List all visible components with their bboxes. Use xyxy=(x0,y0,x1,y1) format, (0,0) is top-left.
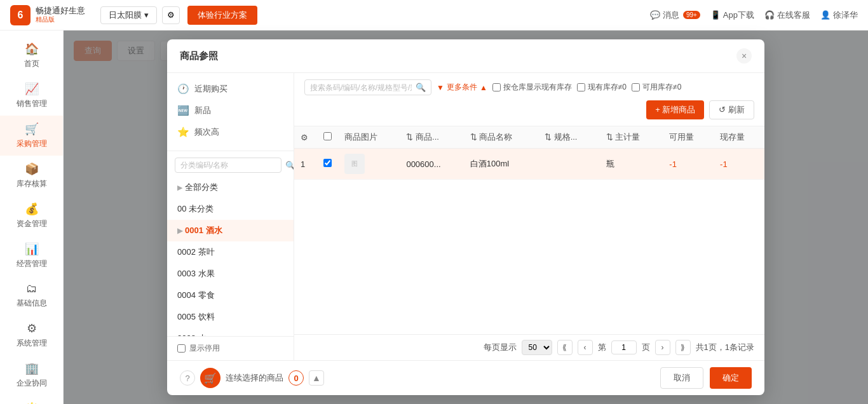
row-index: 1 xyxy=(294,149,317,180)
row-image-cell: 图 xyxy=(338,149,400,180)
col-code[interactable]: ⇅ 商品... xyxy=(400,126,463,149)
help-button[interactable]: ? xyxy=(180,370,195,386)
product-reference-modal: 商品参照 × 🕐 近期购买 🆕 xyxy=(167,39,764,395)
available-nonzero-checkbox[interactable] xyxy=(632,83,640,91)
content-area: 查询 设置 刷新 商品参照 × 🕐 xyxy=(64,30,868,404)
cat-search: 🔍 xyxy=(167,154,294,177)
page-size-select[interactable]: 50 xyxy=(522,340,552,355)
cat-item-snack[interactable]: 0004 零食 xyxy=(167,285,294,306)
sidebar-item-enterprise[interactable]: 🏢 企业协同 xyxy=(0,355,63,395)
chevron-down-icon: ▾ xyxy=(144,10,149,20)
page-size-label: 每页显示 xyxy=(484,342,517,353)
collapse-button[interactable]: ▲ xyxy=(309,370,324,386)
exp-button[interactable]: 体验行业方案 xyxy=(187,6,257,25)
sort-icon-unit: ⇅ xyxy=(606,132,613,142)
nav-online-service[interactable]: 🎧 在线客服 xyxy=(764,10,810,21)
refresh-button[interactable]: ↺ 刷新 xyxy=(709,100,754,119)
page-number-input[interactable] xyxy=(611,340,637,354)
sidebar-item-finance[interactable]: 💰 资金管理 xyxy=(0,196,63,236)
confirm-button[interactable]: 确定 xyxy=(710,367,752,389)
pagination: 每页显示 50 ⟪ ‹ 第 页 › ⟫ 共1页，1条记录 xyxy=(294,334,764,360)
chevron-up-icon: ▲ xyxy=(480,83,487,92)
sidebar-item-basic-info[interactable]: 🗂 基础信息 xyxy=(0,276,63,315)
table-body: 1 图 xyxy=(294,149,764,180)
first-page-button[interactable]: ⟪ xyxy=(557,340,573,355)
cat-tab-frequent[interactable]: ⭐ 频次高 xyxy=(167,121,294,143)
nav-message[interactable]: 💬 消息 99+ xyxy=(650,10,700,21)
inventory-icon: 📦 xyxy=(25,162,39,176)
table-row[interactable]: 1 图 xyxy=(294,149,764,180)
toolbar-right: + 新增商品 ↺ 刷新 xyxy=(646,100,754,119)
category-panel: 🕐 近期购买 🆕 新品 ⭐ 频次高 xyxy=(167,73,294,360)
basic-info-icon: 🗂 xyxy=(26,282,37,295)
sidebar-item-home[interactable]: 🏠 首页 xyxy=(0,36,63,76)
col-settings[interactable]: ⚙ xyxy=(294,126,317,149)
table-header-row: ⚙ 商品图片 ⇅ xyxy=(294,126,764,149)
filter-button[interactable]: ▼ 更多条件 ▲ xyxy=(437,82,487,93)
guide-icon: 🌟 xyxy=(25,401,39,404)
purchase-icon: 🛒 xyxy=(25,122,39,136)
prev-page-button[interactable]: ‹ xyxy=(578,340,593,355)
cat-item-water[interactable]: 0008 水 xyxy=(167,328,294,336)
modal-overlay: 商品参照 × 🕐 近期购买 🆕 xyxy=(64,30,868,404)
modal-title: 商品参照 xyxy=(180,50,218,62)
cart-area: ? 🛒 连续选择的商品 0 ▲ xyxy=(180,368,653,388)
row-code: 000600... xyxy=(400,149,463,180)
cat-item-fruit[interactable]: 0003 水果 xyxy=(167,263,294,285)
product-data-table: ⚙ 商品图片 ⇅ xyxy=(294,126,764,180)
show-disabled-checkbox[interactable] xyxy=(177,344,186,353)
product-table: ⚙ 商品图片 ⇅ xyxy=(294,126,764,334)
cart-count: 0 xyxy=(288,370,304,386)
footer-buttons: 取消 确定 xyxy=(660,367,752,389)
cat-item-wine[interactable]: ▶ 0001 酒水 xyxy=(167,220,294,241)
gear-button[interactable]: ⚙ xyxy=(162,6,180,24)
cart-label: 连续选择的商品 xyxy=(226,372,283,384)
stock-nonzero-checkbox[interactable] xyxy=(577,83,585,91)
cat-tab-new[interactable]: 🆕 新品 xyxy=(167,100,294,121)
cart-icon: 🛒 xyxy=(200,368,220,388)
col-image: 商品图片 xyxy=(338,126,400,149)
select-all-checkbox[interactable] xyxy=(323,132,332,140)
sidebar-item-system[interactable]: ⚙ 系统管理 xyxy=(0,315,63,355)
sidebar-item-inventory[interactable]: 📦 库存核算 xyxy=(0,156,63,196)
last-page-button[interactable]: ⟫ xyxy=(675,340,691,355)
category-list: ▶ 全部分类 00 未分类 ▶ 0001 酒水 0002 茶 xyxy=(167,177,294,336)
sidebar-item-purchase[interactable]: 🛒 采购管理 xyxy=(0,116,63,156)
sales-icon: 📈 xyxy=(25,82,39,96)
total-info: 共1页，1条记录 xyxy=(696,342,754,353)
modal-body: 🕐 近期购买 🆕 新品 ⭐ 频次高 xyxy=(167,73,764,360)
col-stock: 现存量 xyxy=(714,126,764,149)
cat-item-all[interactable]: ▶ 全部分类 xyxy=(167,177,294,198)
search-icon[interactable]: 🔍 xyxy=(416,83,426,92)
add-product-button[interactable]: + 新增商品 xyxy=(646,100,704,119)
sidebar-item-operations[interactable]: 📊 经营管理 xyxy=(0,236,63,276)
modal-close-button[interactable]: × xyxy=(736,48,752,64)
row-stock: -1 xyxy=(714,149,764,180)
col-name[interactable]: ⇅ 商品名称 xyxy=(464,126,538,149)
row-checkbox[interactable] xyxy=(323,159,332,167)
cat-item-unclassified[interactable]: 00 未分类 xyxy=(167,198,294,220)
next-page-button[interactable]: › xyxy=(655,340,670,355)
col-unit[interactable]: ⇅ 主计量 xyxy=(600,126,663,149)
cat-item-beverage[interactable]: 0005 饮料 xyxy=(167,306,294,328)
col-spec[interactable]: ⇅ 规格... xyxy=(538,126,600,149)
sidebar-item-sales[interactable]: 📈 销售管理 xyxy=(0,76,63,116)
sidebar-label-operations: 经营管理 xyxy=(17,259,47,269)
sidebar-item-guide[interactable]: 🌟 新手引导 xyxy=(0,395,63,404)
table-header: ⚙ 商品图片 ⇅ xyxy=(294,126,764,149)
cat-search-input[interactable] xyxy=(175,158,281,173)
nav-selector[interactable]: 日太阳膜 ▾ xyxy=(100,6,157,24)
cat-tab-recent[interactable]: 🕐 近期购买 xyxy=(167,78,294,100)
nav-app-download[interactable]: 📱 App下载 xyxy=(710,10,754,21)
cat-search-icon[interactable]: 🔍 xyxy=(285,161,294,170)
category-tabs: 🕐 近期购买 🆕 新品 ⭐ 频次高 xyxy=(167,73,294,148)
page-label: 第 xyxy=(598,342,606,353)
product-search-input[interactable] xyxy=(310,83,412,92)
cancel-button[interactable]: 取消 xyxy=(660,367,703,389)
home-icon: 🏠 xyxy=(25,42,39,56)
nav-user[interactable]: 👤 徐泽华 xyxy=(820,10,858,21)
sidebar-label-system: 系统管理 xyxy=(17,338,47,349)
row-available: -1 xyxy=(663,149,714,180)
cat-item-tea[interactable]: 0002 茶叶 xyxy=(167,241,294,263)
warehouse-stock-checkbox[interactable] xyxy=(492,83,501,91)
